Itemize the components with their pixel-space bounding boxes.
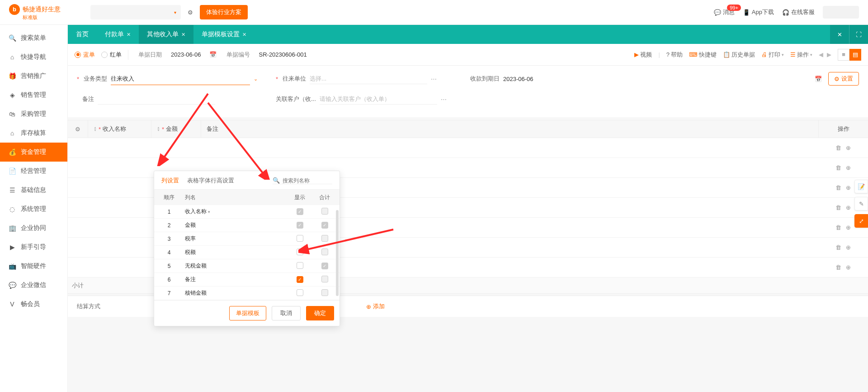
delete-icon[interactable]: 🗑 bbox=[835, 224, 841, 231]
sum-checkbox[interactable] bbox=[321, 235, 328, 242]
copy-icon[interactable]: ⊕ bbox=[846, 244, 851, 251]
show-checkbox[interactable]: ✓ bbox=[297, 208, 303, 215]
delete-icon[interactable]: 🗑 bbox=[835, 264, 841, 271]
calendar-icon[interactable]: 📅 bbox=[815, 76, 822, 82]
popover-tab-font[interactable]: 表格字体行高设置 bbox=[187, 177, 234, 185]
calendar-icon[interactable]: 📅 bbox=[209, 51, 217, 58]
biz-type-value[interactable]: 往来收入 bbox=[111, 73, 250, 85]
close-icon[interactable]: ✕ bbox=[181, 32, 185, 38]
sum-checkbox[interactable]: ✓ bbox=[321, 222, 328, 229]
cancel-button[interactable]: 取消 bbox=[272, 306, 301, 320]
more-icon[interactable]: ⋯ bbox=[431, 76, 438, 82]
sidebar-item[interactable]: 🔍搜索菜单 bbox=[0, 29, 67, 48]
delete-icon[interactable]: 🗑 bbox=[835, 164, 841, 171]
table-row[interactable]: 🗑⊕ bbox=[68, 138, 868, 158]
confirm-button[interactable]: 确定 bbox=[306, 306, 334, 320]
col-remark[interactable]: 备注 bbox=[207, 125, 218, 133]
show-checkbox[interactable] bbox=[297, 235, 303, 242]
sidebar-item[interactable]: ▶新手引导 bbox=[0, 238, 67, 257]
view-list-icon[interactable]: ≡ bbox=[838, 49, 849, 61]
tab[interactable]: 首页 bbox=[68, 25, 97, 44]
sidebar-item[interactable]: 💰资金管理 bbox=[0, 143, 67, 162]
col-amount[interactable]: 金额 bbox=[166, 125, 178, 133]
remark-input[interactable] bbox=[98, 94, 215, 105]
sidebar-item[interactable]: 📄经营管理 bbox=[0, 162, 67, 181]
show-checkbox[interactable]: ✓ bbox=[297, 222, 303, 229]
view-detail-icon[interactable]: ▤ bbox=[849, 49, 861, 61]
red-bill-radio[interactable]: 红单 bbox=[101, 51, 122, 59]
float-edit-icon[interactable]: ✎ bbox=[854, 197, 868, 210]
org-selector[interactable]: ▾ bbox=[90, 5, 181, 19]
copy-icon[interactable]: ⊕ bbox=[846, 264, 851, 271]
fullscreen-icon[interactable]: ⛶ bbox=[849, 25, 868, 44]
show-checkbox[interactable] bbox=[297, 289, 303, 296]
sum-checkbox[interactable] bbox=[321, 249, 328, 255]
show-checkbox[interactable]: ✓ bbox=[297, 276, 303, 283]
copy-icon[interactable]: ⊕ bbox=[846, 204, 851, 211]
next-icon[interactable]: ▶ bbox=[827, 51, 831, 58]
sidebar-item[interactable]: ⌂快捷导航 bbox=[0, 48, 67, 67]
show-checkbox[interactable] bbox=[297, 262, 303, 269]
messages-link[interactable]: 💬 消息 99+ bbox=[714, 8, 735, 16]
close-icon[interactable]: ✕ bbox=[127, 32, 131, 38]
customer-service-link[interactable]: 🎧在线客服 bbox=[782, 8, 815, 16]
tab-bar: 首页付款单✕其他收入单✕单据模板设置✕ ✕ ⛶ bbox=[68, 25, 868, 44]
try-industry-button[interactable]: 体验行业方案 bbox=[200, 5, 248, 19]
sum-checkbox[interactable] bbox=[321, 276, 328, 282]
sidebar-item[interactable]: 📺智能硬件 bbox=[0, 257, 67, 276]
sidebar-item[interactable]: 🎁营销推广 bbox=[0, 67, 67, 86]
print-link[interactable]: 🖨打印 ▾ bbox=[761, 51, 784, 59]
app-download-link[interactable]: 📱App下载 bbox=[743, 8, 774, 16]
copy-icon[interactable]: ⊕ bbox=[846, 224, 851, 231]
sidebar-item[interactable]: ☰基础信息 bbox=[0, 181, 67, 200]
delete-icon[interactable]: 🗑 bbox=[835, 244, 841, 251]
blue-bill-radio[interactable]: 蓝单 bbox=[75, 51, 95, 59]
show-checkbox[interactable] bbox=[297, 249, 303, 255]
sidebar-item[interactable]: 🏢企业协同 bbox=[0, 219, 67, 238]
float-expand-icon[interactable]: ⤢ bbox=[854, 214, 868, 228]
delete-icon[interactable]: 🗑 bbox=[835, 144, 841, 151]
tab[interactable]: 单据模板设置✕ bbox=[193, 25, 255, 44]
tab[interactable]: 其他收入单✕ bbox=[139, 25, 193, 44]
sum-checkbox[interactable]: ✓ bbox=[321, 263, 328, 269]
column-settings-gear-icon[interactable]: ⚙ bbox=[68, 126, 88, 133]
help-link[interactable]: ?帮助 bbox=[666, 51, 683, 59]
user-avatar[interactable] bbox=[823, 6, 859, 19]
doc-date-value[interactable]: 2023-06-06 bbox=[171, 51, 201, 58]
more-icon[interactable]: ⋯ bbox=[441, 96, 448, 103]
prev-icon[interactable]: ◀ bbox=[819, 51, 823, 58]
delete-icon[interactable]: 🗑 bbox=[835, 184, 841, 191]
tab[interactable]: 付款单✕ bbox=[97, 25, 139, 44]
copy-icon[interactable]: ⊕ bbox=[846, 164, 851, 171]
popover-scrollbar[interactable] bbox=[336, 210, 339, 296]
sum-checkbox[interactable] bbox=[321, 289, 328, 296]
history-link[interactable]: 📋历史单据 bbox=[723, 51, 755, 59]
close-icon[interactable]: ✕ bbox=[242, 32, 246, 38]
sidebar-item[interactable]: ◌系统管理 bbox=[0, 200, 67, 219]
add-row-button[interactable]: ⊕添加 bbox=[366, 302, 385, 311]
sidebar-item[interactable]: ⌂库存核算 bbox=[0, 124, 67, 143]
delete-icon[interactable]: 🗑 bbox=[835, 204, 841, 211]
hotkey-link[interactable]: ⌨快捷键 bbox=[689, 51, 717, 59]
partner-input[interactable] bbox=[310, 73, 427, 84]
sidebar-item[interactable]: 💬企业微信 bbox=[0, 276, 67, 295]
chevron-down-icon[interactable]: ⌄ bbox=[254, 76, 258, 82]
due-date-value[interactable]: 2023-06-06 bbox=[503, 74, 619, 84]
copy-icon[interactable]: ⊕ bbox=[846, 184, 851, 191]
video-link[interactable]: ▶视频 bbox=[634, 51, 652, 59]
gear-icon[interactable]: ⚙ bbox=[188, 9, 193, 16]
sidebar-item[interactable]: V畅会员 bbox=[0, 295, 67, 314]
template-button[interactable]: 单据模板 bbox=[229, 306, 266, 320]
close-tab-icon[interactable]: ✕ bbox=[830, 25, 849, 44]
ops-link[interactable]: ☰操作 ▾ bbox=[790, 51, 812, 59]
sum-checkbox[interactable] bbox=[321, 208, 328, 215]
popover-tab-columns[interactable]: 列设置 bbox=[161, 177, 179, 185]
col-income-name[interactable]: 收入名称 bbox=[103, 125, 126, 133]
sidebar-item[interactable]: ◈销售管理 bbox=[0, 86, 67, 105]
popover-search-input[interactable] bbox=[283, 177, 332, 184]
sidebar-item[interactable]: 🛍采购管理 bbox=[0, 105, 67, 124]
related-customer-input[interactable] bbox=[320, 94, 437, 105]
settings-button[interactable]: ⚙设置 bbox=[828, 72, 859, 86]
float-note-icon[interactable]: 📝 bbox=[854, 180, 868, 193]
copy-icon[interactable]: ⊕ bbox=[846, 144, 851, 151]
